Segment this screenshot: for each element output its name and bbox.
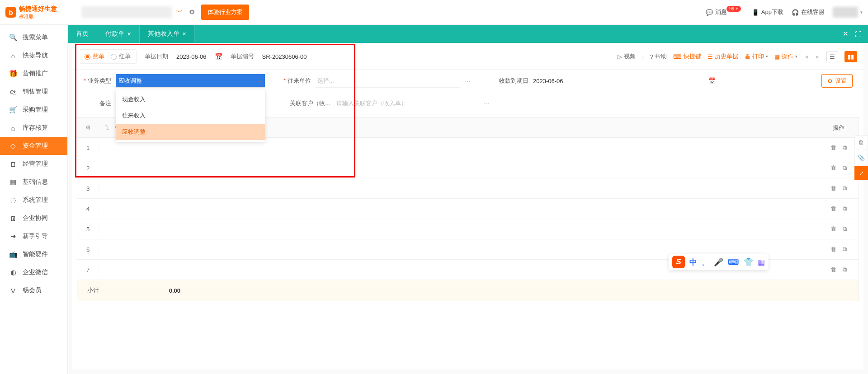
next-doc-arrow[interactable]: ▸ [815, 53, 820, 60]
table-row[interactable]: 4🗑⧉ [77, 199, 859, 219]
delete-icon[interactable]: 🗑 [830, 144, 836, 151]
copy-icon[interactable]: ⧉ [843, 225, 847, 233]
rel-customer-input[interactable] [335, 97, 479, 110]
delete-icon[interactable]: 🗑 [830, 225, 836, 233]
company-selector[interactable]: ﹀ [81, 6, 183, 18]
close-icon[interactable]: ✕ [182, 31, 186, 37]
chevron-down-icon: ▾ [795, 54, 797, 59]
prev-doc-arrow[interactable]: ◂ [804, 53, 809, 60]
delete-icon[interactable]: 🗑 [830, 246, 836, 253]
view-card-button[interactable]: ▮▮ [844, 51, 857, 62]
settings-button[interactable]: ⚙设置 [821, 74, 853, 88]
calendar-icon[interactable]: 📅 [708, 77, 716, 84]
sidebar-item-inventory[interactable]: ⌂库存核算 [0, 119, 67, 137]
copy-icon[interactable]: ⧉ [843, 246, 847, 253]
biz-type-option-list: 现金收入 往来收入 应收调整 [116, 89, 265, 142]
table-header-ops: 操作 [818, 124, 859, 132]
sidebar-item-basic[interactable]: ▦基础信息 [0, 173, 67, 191]
copy-icon[interactable]: ⧉ [843, 164, 847, 172]
delete-icon[interactable]: 🗑 [830, 205, 836, 212]
sidebar-item-purchase[interactable]: 🛒采购管理 [0, 101, 67, 119]
sort-icon[interactable]: ⇅ [104, 124, 109, 131]
video-link[interactable]: ▷视频 [618, 52, 636, 61]
mic-icon[interactable]: 🎤 [714, 257, 723, 267]
radio-blue[interactable]: 蓝单 [85, 52, 104, 61]
shortcut-link[interactable]: ⌨快捷键 [673, 52, 701, 61]
calendar-icon[interactable]: 📅 [215, 53, 222, 60]
sidebar-item-system[interactable]: ◌系统管理 [0, 191, 67, 209]
gear-icon[interactable]: ⚙ [189, 8, 195, 16]
keyboard-icon[interactable]: ⌨ [728, 257, 739, 267]
print-icon: 🖶 [745, 53, 750, 60]
more-icon[interactable]: ⋯ [465, 78, 471, 84]
sidebar-item-wechat[interactable]: ◐企业微信 [0, 263, 67, 281]
ime-toolbar[interactable]: S 中 、 🎤 ⌨ 👕 ▦ [669, 254, 769, 270]
copy-icon[interactable]: ⧉ [843, 205, 847, 212]
chevron-down-icon: ▾ [860, 10, 863, 14]
support-label: 在线客服 [801, 8, 825, 16]
grid-icon: ▦ [774, 53, 780, 60]
tab-home[interactable]: 首页 [68, 25, 97, 43]
radio-red[interactable]: 红单 [111, 52, 131, 61]
tab-other-income[interactable]: 其他收入单✕ [140, 25, 195, 43]
sidebar-label: 营销推广 [23, 70, 48, 78]
shirt-icon[interactable]: 👕 [744, 257, 753, 267]
close-icon[interactable]: ✕ [127, 31, 131, 37]
unit-input[interactable] [316, 74, 460, 88]
ime-mode[interactable]: 中 [689, 257, 697, 267]
sidebar-item-operation[interactable]: 🗒经营管理 [0, 155, 67, 173]
view-list-button[interactable]: ☰ [826, 51, 838, 62]
sidebar-item-funds[interactable]: ◇资金管理 [0, 137, 67, 155]
sidebar-item-quicknav[interactable]: ⌂快捷导航 [0, 47, 67, 65]
sidebar-item-collab[interactable]: 🗓企业协同 [0, 209, 67, 227]
biz-type-option[interactable]: 往来收入 [116, 108, 265, 124]
biz-type-option[interactable]: 现金收入 [116, 91, 265, 108]
sidebar-item-hardware[interactable]: 📺智能硬件 [0, 245, 67, 263]
delete-icon[interactable]: 🗑 [830, 185, 836, 192]
sidebar-label: 快捷导航 [23, 51, 48, 60]
float-tab-note[interactable]: 🗎 [854, 136, 868, 149]
doc-date-value[interactable]: 2023-06-06 [176, 53, 207, 60]
action-link[interactable]: ▦操作▾ [774, 52, 797, 61]
row-ops: 🗑⧉ [818, 266, 859, 273]
print-link[interactable]: 🖶打印▾ [745, 52, 768, 61]
copy-icon[interactable]: ⧉ [843, 144, 847, 151]
due-date-value[interactable]: 2023-06-06 [533, 78, 563, 84]
biz-type-dropdown[interactable]: ︿ 现金收入 往来收入 应收调整 [116, 74, 265, 88]
sidebar-item-sales[interactable]: 🛍销售管理 [0, 83, 67, 101]
apps-icon[interactable]: ▦ [758, 257, 765, 267]
line-table: ⚙ ⇅* 收 操作 1🗑⧉2🗑⧉3🗑⧉4🗑⧉5🗑⧉6🗑⧉7🗑⧉ 小计 0.00 [77, 117, 859, 301]
user-menu[interactable]: ▾ [833, 7, 863, 18]
expand-icon[interactable]: ⛶ [855, 30, 862, 38]
sidebar-item-marketing[interactable]: 🎁营销推广 [0, 65, 67, 83]
tab-payment[interactable]: 付款单✕ [97, 25, 140, 43]
table-config-icon[interactable]: ⚙ [77, 124, 99, 131]
more-icon[interactable]: ⋯ [484, 100, 490, 107]
copy-icon[interactable]: ⧉ [843, 266, 847, 273]
sidebar-item-guide[interactable]: ➜新手引导 [0, 227, 67, 245]
delete-icon[interactable]: 🗑 [830, 164, 836, 172]
chevron-up-icon[interactable]: ︿ [257, 77, 263, 85]
messages-badge: 99 + [726, 6, 741, 12]
history-link[interactable]: ☰历史单据 [708, 52, 738, 61]
delete-icon[interactable]: 🗑 [830, 266, 836, 273]
float-tab-expand[interactable]: ⤢ [854, 166, 868, 180]
phone-icon: 📱 [752, 9, 759, 16]
sidebar-item-member[interactable]: V畅会员 [0, 281, 67, 299]
sidebar-item-search[interactable]: 🔍搜索菜单 [0, 28, 67, 47]
table-row[interactable]: 5🗑⧉ [77, 219, 859, 239]
trial-button[interactable]: 体验行业方案 [201, 5, 249, 20]
biz-type-option[interactable]: 应收调整 [116, 124, 265, 140]
table-row[interactable]: 3🗑⧉ [77, 178, 859, 199]
ime-punct[interactable]: 、 [702, 257, 709, 267]
app-download-link[interactable]: 📱 App下载 [752, 8, 783, 16]
table-row[interactable]: 2🗑⧉ [77, 158, 859, 178]
biz-type-input[interactable] [116, 74, 265, 88]
link-label: 快捷键 [684, 52, 701, 61]
messages-link[interactable]: 💬 消息 99 + [706, 8, 744, 16]
close-all-icon[interactable]: ✕ [843, 30, 849, 38]
help-link[interactable]: ?帮助 [650, 52, 667, 61]
float-tab-attach[interactable]: 📎 [854, 151, 868, 164]
support-link[interactable]: 🎧 在线客服 [792, 8, 825, 16]
copy-icon[interactable]: ⧉ [843, 185, 847, 192]
